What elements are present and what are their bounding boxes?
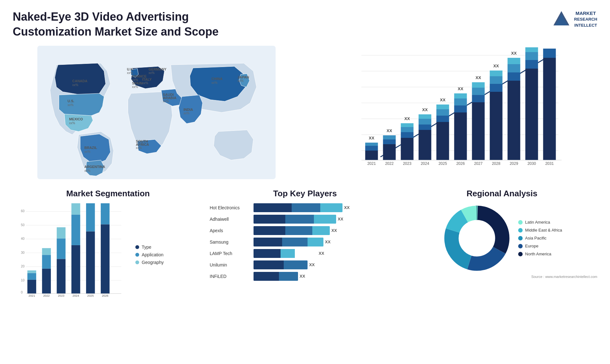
svg-text:xx%: xx% xyxy=(85,169,91,172)
svg-rect-97 xyxy=(525,60,538,69)
svg-text:JAPAN: JAPAN xyxy=(238,75,249,79)
svg-rect-73 xyxy=(454,105,467,112)
donut-area: Latin America Middle East & Africa Asia … xyxy=(407,203,597,273)
svg-text:U.K.: U.K. xyxy=(127,67,134,71)
svg-text:xx%: xx% xyxy=(85,150,91,153)
type-dot xyxy=(135,245,139,249)
svg-rect-127 xyxy=(42,248,51,255)
logo-icon xyxy=(552,10,571,29)
player-name-6: INFiLED xyxy=(210,274,251,279)
svg-text:CANADA: CANADA xyxy=(72,79,88,83)
svg-rect-79 xyxy=(472,95,485,102)
svg-text:ARGENTINA: ARGENTINA xyxy=(85,165,105,169)
player-row-infiled: INFiLED XX xyxy=(210,272,400,281)
svg-text:2026: 2026 xyxy=(456,161,465,166)
svg-rect-103 xyxy=(543,49,556,58)
svg-text:2030: 2030 xyxy=(527,161,536,166)
player-xx-2: XX xyxy=(331,228,337,233)
svg-text:50: 50 xyxy=(21,223,25,226)
svg-rect-102 xyxy=(543,58,556,160)
svg-text:xx%: xx% xyxy=(68,103,74,107)
players-section: Top Key Players Hot Electronics XX Adhai… xyxy=(210,189,400,303)
svg-text:XX: XX xyxy=(476,75,481,80)
legend-container: Type Application Geography xyxy=(129,245,203,265)
player-xx-4: XX xyxy=(319,251,324,256)
geography-label: Geography xyxy=(142,260,164,265)
svg-text:2031: 2031 xyxy=(545,161,554,166)
svg-rect-93 xyxy=(508,58,520,64)
svg-text:MEXICO: MEXICO xyxy=(69,117,83,121)
seg-legend: Type Application Geography xyxy=(129,203,203,303)
svg-text:XX: XX xyxy=(422,107,428,112)
svg-rect-86 xyxy=(490,76,503,84)
player-name-2: Apexls xyxy=(210,228,251,233)
svg-rect-81 xyxy=(472,82,485,88)
player-row-samsung: Samsung XX xyxy=(210,238,400,246)
player-row-adhaiwell: Adhaiwell XX xyxy=(210,215,400,224)
svg-text:2025: 2025 xyxy=(438,161,447,166)
svg-text:xx%: xx% xyxy=(136,146,142,150)
svg-text:XX: XX xyxy=(511,51,517,56)
svg-rect-51 xyxy=(383,135,396,139)
svg-rect-62 xyxy=(419,119,431,125)
svg-text:2023: 2023 xyxy=(58,294,64,297)
player-row-apexls: Apexls XX xyxy=(210,226,400,235)
svg-text:2021: 2021 xyxy=(29,294,35,297)
svg-rect-129 xyxy=(57,259,66,293)
geography-dot xyxy=(135,260,139,264)
player-name-5: Unilumin xyxy=(210,262,251,267)
player-name-1: Adhaiwell xyxy=(210,217,251,222)
svg-rect-68 xyxy=(437,109,449,116)
donut-chart xyxy=(442,203,512,273)
svg-rect-84 xyxy=(490,92,503,160)
player-xx-3: XX xyxy=(325,239,330,244)
svg-rect-92 xyxy=(508,64,520,72)
middle-east-dot xyxy=(518,228,523,233)
page-header: Naked-Eye 3D Video Advertising Customiza… xyxy=(13,10,597,39)
svg-rect-133 xyxy=(71,245,80,293)
application-dot xyxy=(135,253,139,257)
logo: MARKET RESEARCH INTELLECT xyxy=(552,10,597,29)
svg-rect-99 xyxy=(525,47,538,52)
seg-wrapper: 60 50 40 30 20 10 0 xyxy=(13,203,203,303)
bottom-section: Market Segmentation 60 50 40 30 20 10 0 xyxy=(13,189,597,303)
svg-text:2028: 2028 xyxy=(492,161,500,166)
svg-rect-80 xyxy=(472,88,485,95)
svg-text:60: 60 xyxy=(21,209,25,213)
svg-rect-137 xyxy=(86,231,95,293)
logo-line2: RESEARCH xyxy=(574,17,597,22)
svg-point-149 xyxy=(459,221,494,256)
svg-rect-87 xyxy=(490,71,503,76)
svg-text:XX: XX xyxy=(404,116,410,121)
svg-text:XX: XX xyxy=(547,46,552,47)
legend-latin-america: Latin America xyxy=(518,220,562,225)
svg-text:INDIA: INDIA xyxy=(184,108,193,111)
player-name-4: LAMP Tech xyxy=(210,251,251,256)
svg-rect-85 xyxy=(490,84,503,92)
svg-rect-63 xyxy=(419,114,431,119)
player-row-unilumin: Unilumin XX xyxy=(210,260,400,269)
player-name-3: Samsung xyxy=(210,239,251,245)
svg-text:CHINA: CHINA xyxy=(212,77,223,81)
logo-text: MARKET RESEARCH INTELLECT xyxy=(574,10,597,28)
legend-north-america: North America xyxy=(518,252,562,256)
svg-text:2023: 2023 xyxy=(403,161,411,166)
players-list: Hot Electronics XX Adhaiwell xyxy=(210,203,400,281)
svg-rect-57 xyxy=(401,123,414,127)
svg-rect-46 xyxy=(365,143,378,146)
legend-europe: Europe xyxy=(518,244,562,248)
svg-text:XX: XX xyxy=(369,136,375,140)
regional-title: Regional Analysis xyxy=(407,189,597,199)
svg-text:xx%: xx% xyxy=(163,99,169,103)
svg-rect-61 xyxy=(419,125,431,130)
svg-text:xx%: xx% xyxy=(72,83,78,87)
svg-rect-141 xyxy=(101,203,110,224)
svg-text:2022: 2022 xyxy=(385,161,394,166)
svg-text:2022: 2022 xyxy=(43,294,50,297)
svg-rect-96 xyxy=(525,69,538,160)
svg-text:40: 40 xyxy=(21,237,25,240)
seg-chart-svg: 60 50 40 30 20 10 0 xyxy=(13,203,124,302)
svg-text:XX: XX xyxy=(458,86,464,91)
europe-dot xyxy=(518,244,523,248)
player-bar-0: XX xyxy=(254,203,400,212)
